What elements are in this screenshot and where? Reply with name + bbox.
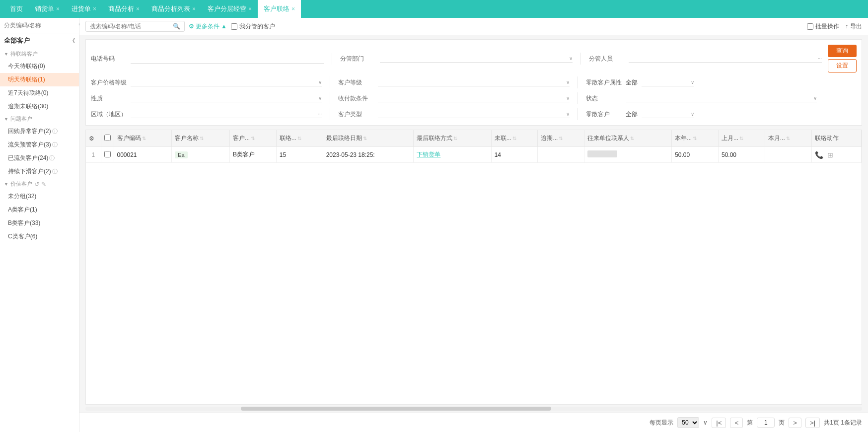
region-label: 区域（地区） [91, 110, 131, 119]
retail-customer-select[interactable]: ∨ [642, 110, 694, 118]
filter-dept: 分管部门 ∨ [340, 55, 573, 63]
my-customers-checkbox[interactable]: 我分管的客户 [231, 22, 275, 31]
top-navigation: 首页 销货单 × 进货单 × 商品分析 × 商品分析列表 × 客户分层经营 × … [0, 0, 868, 18]
batch-op-btn[interactable]: 批量操作 [807, 22, 839, 31]
close-customer-contact-tab[interactable]: × [291, 5, 295, 12]
grid-action-icon[interactable]: ⊞ [827, 151, 833, 159]
retail-attr-select[interactable]: ∨ [642, 78, 694, 86]
sidebar-item-churned[interactable]: 已流失客户(24) ⓘ [0, 151, 79, 165]
my-customers-check[interactable] [231, 23, 237, 30]
filter-more-btn[interactable]: ⚙ 更多条件 ▲ [189, 22, 227, 31]
sidebar-group-problem[interactable]: 问题客户 [0, 113, 79, 125]
first-page-btn[interactable]: |< [712, 418, 726, 428]
sidebar-item-7days-pending[interactable]: 近7天待联络(0) [0, 86, 79, 100]
phone-input[interactable] [131, 54, 324, 64]
close-customer-layering-tab[interactable]: × [248, 5, 252, 12]
status-select[interactable]: ∨ [626, 94, 817, 102]
sidebar-search-input[interactable] [4, 22, 78, 29]
toolbar-search-bar[interactable]: 🔍 [85, 21, 185, 32]
nav-purchase[interactable]: 进货单 × [66, 0, 102, 18]
sidebar-item-today-pending[interactable]: 今天待联络(0) [0, 60, 79, 73]
sidebar-search-bar[interactable]: 🔍 [0, 18, 79, 33]
page-size-select[interactable]: 50 [677, 417, 699, 428]
col-name[interactable]: 客户名称⇅ [172, 130, 230, 147]
scrollbar-thumb[interactable] [241, 407, 552, 411]
prev-page-btn[interactable]: < [730, 418, 743, 428]
close-product-analysis-tab[interactable]: × [136, 5, 140, 12]
person-select[interactable]: ··· [629, 55, 822, 63]
col-contact[interactable]: 联络...⇅ [276, 130, 323, 147]
col-last-contact-date[interactable]: 最后联络日期⇅ [323, 130, 414, 147]
col-last-month[interactable]: 上月...⇅ [718, 130, 765, 147]
filter-nature: 性质 ∨ [91, 94, 322, 103]
row-select-checkbox[interactable] [104, 151, 111, 157]
nav-home[interactable]: 首页 [4, 0, 29, 18]
filter-actions: 查询 设置 [828, 45, 857, 72]
select-all-checkbox[interactable] [104, 135, 111, 141]
sidebar-item-overdue-pending[interactable]: 逾期未联络(30) [0, 100, 79, 113]
gear-icon[interactable]: ⚙ [89, 135, 94, 142]
customer-level-select[interactable]: ∨ [378, 78, 569, 86]
phone-action-icon[interactable]: 📞 [815, 151, 823, 159]
nature-select[interactable]: ∨ [131, 94, 322, 102]
sidebar: 🔍 全部客户 《 待联络客户 今天待联络(0) 明天待联络(1) 近7天待联络(… [0, 18, 79, 432]
close-product-analysis-list-tab[interactable]: × [192, 5, 196, 12]
sidebar-item-ungrouped[interactable]: 未分组(32) [0, 190, 79, 203]
payment-select[interactable]: ∨ [378, 94, 569, 102]
region-select[interactable]: ··· [131, 110, 322, 118]
sidebar-item-abnormal-repurchase[interactable]: 回购异常客户(2) ⓘ [0, 125, 79, 138]
pagination: 每页显示 50 ∨ |< < 第 页 > >| 共1页 1条记录 [79, 413, 868, 432]
sidebar-item-class-a[interactable]: A类客户(1) [0, 203, 79, 216]
close-sales-tab[interactable]: × [56, 5, 60, 12]
filter-row-3: 性质 ∨ 收付款条件 ∨ 状态 [91, 92, 857, 104]
price-level-select[interactable]: ∨ [131, 78, 322, 86]
sidebar-item-class-c[interactable]: C类客户(6) [0, 230, 79, 243]
page-input[interactable] [757, 418, 775, 428]
col-code[interactable]: 客户编码⇅ [114, 130, 172, 147]
query-button[interactable]: 查询 [828, 45, 857, 57]
edit-icon[interactable]: ✎ [41, 181, 46, 188]
nav-sales[interactable]: 销货单 × [29, 0, 66, 18]
nav-customer-layering[interactable]: 客户分层经营 × [202, 0, 258, 18]
col-overdue[interactable]: 逾期...⇅ [538, 130, 584, 147]
col-last-contact-type[interactable]: 最后联络方式⇅ [414, 130, 491, 147]
refresh-icon[interactable]: ↺ [34, 181, 39, 188]
batch-checkbox[interactable] [807, 23, 813, 30]
sidebar-all-customers[interactable]: 全部客户 《 [0, 33, 79, 48]
last-contact-link[interactable]: 下销货单 [417, 151, 440, 158]
export-btn[interactable]: ↑ 导出 [845, 22, 862, 31]
sidebar-item-tomorrow-pending[interactable]: 明天待联络(1) [0, 73, 79, 86]
dept-select[interactable]: ∨ [380, 55, 573, 63]
settings-button[interactable]: 设置 [828, 59, 857, 72]
row-last-contact-type: 下销货单 [414, 147, 491, 163]
divider-2 [580, 53, 581, 65]
filter-icon: ⚙ [189, 23, 194, 30]
col-this-month[interactable]: 本月...⇅ [765, 130, 811, 147]
customer-level-label: 客户等级 [338, 78, 378, 87]
search-input[interactable] [90, 23, 173, 30]
sidebar-item-declining[interactable]: 持续下滑客户(2) ⓘ [0, 165, 79, 178]
col-gear: ⚙ [86, 130, 101, 147]
next-page-btn[interactable]: > [789, 418, 801, 428]
search-icon[interactable]: 🔍 [173, 23, 180, 30]
dept-label: 分管部门 [340, 55, 380, 63]
nav-product-analysis[interactable]: 商品分析 × [102, 0, 145, 18]
nav-product-analysis-list[interactable]: 商品分析列表 × [145, 0, 202, 18]
col-this-year[interactable]: 本年...⇅ [672, 130, 719, 147]
customer-type-select[interactable]: ∨ [378, 110, 569, 118]
info-icon: ⓘ [52, 128, 58, 135]
horizontal-scrollbar[interactable] [85, 407, 862, 411]
divider-8 [578, 108, 578, 120]
export-icon: ↑ [845, 23, 848, 30]
col-not-contact[interactable]: 未联...⇅ [491, 130, 538, 147]
col-action: 联络动作 [811, 130, 861, 147]
sidebar-group-pending[interactable]: 待联络客户 [0, 48, 79, 60]
nav-customer-contact[interactable]: 客户联络 × [258, 0, 301, 18]
sidebar-item-class-b[interactable]: B类客户(33) [0, 216, 79, 230]
close-purchase-tab[interactable]: × [93, 5, 96, 12]
col-customer-type[interactable]: 客户...⇅ [230, 130, 277, 147]
last-page-btn[interactable]: >| [805, 418, 820, 428]
col-contact2[interactable]: 往来单位联系人⇅ [584, 130, 672, 147]
sidebar-group-value[interactable]: 价值客户 ↺ ✎ [0, 178, 79, 190]
sidebar-item-churn-warning[interactable]: 流失预警客户(3) ⓘ [0, 138, 79, 151]
